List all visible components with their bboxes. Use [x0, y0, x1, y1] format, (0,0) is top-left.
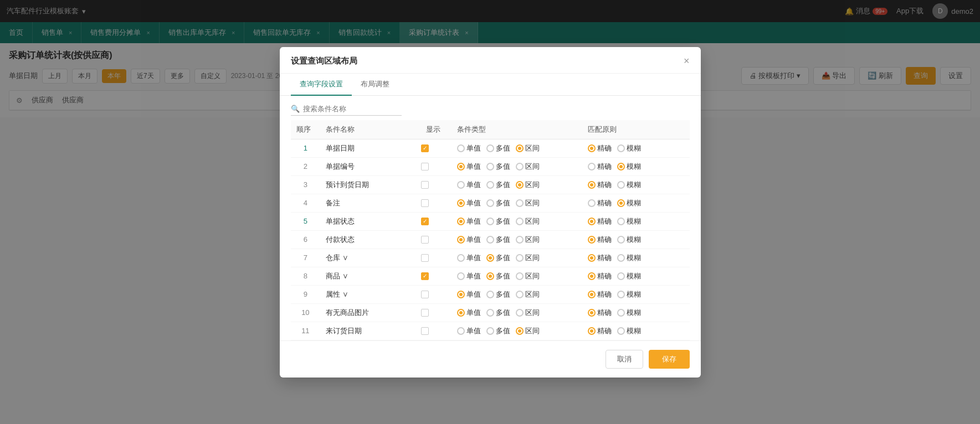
radio-match-精确-3[interactable]: 精确: [588, 198, 612, 208]
radio-type-区间-7[interactable]: 区间: [516, 271, 540, 281]
radio-type-多值-5[interactable]: 多值: [486, 235, 510, 245]
radio-match-模糊-8[interactable]: 模糊: [617, 289, 641, 299]
table-row: 3预计到货日期单值多值区间精确模糊: [291, 175, 690, 194]
row-show-10[interactable]: [415, 322, 451, 340]
radio-type-单值-6[interactable]: 单值: [457, 253, 481, 263]
row-order-5: 6: [291, 230, 321, 249]
radio-match-circle-10: [617, 327, 625, 335]
radio-match-circle-4: [588, 218, 596, 225]
row-type-9: 单值多值区间: [451, 303, 582, 322]
th-show: 显示: [415, 120, 451, 139]
radio-type-多值-2[interactable]: 多值: [486, 180, 510, 190]
radio-type-多值-7[interactable]: 多值: [486, 271, 510, 281]
radio-type-区间-1[interactable]: 区间: [516, 162, 540, 172]
row-show-8[interactable]: [415, 285, 451, 303]
row-show-0[interactable]: ✓: [415, 139, 451, 157]
radio-match-模糊-5[interactable]: 模糊: [617, 235, 641, 245]
cancel-button[interactable]: 取消: [606, 350, 643, 369]
row-order-6: 7: [291, 249, 321, 267]
radio-type-多值-3[interactable]: 多值: [486, 198, 510, 208]
radio-match-精确-5[interactable]: 精确: [588, 235, 612, 245]
radio-type-多值-9[interactable]: 多值: [486, 308, 510, 318]
radio-match-模糊-6[interactable]: 模糊: [617, 253, 641, 263]
radio-type-区间-9[interactable]: 区间: [516, 308, 540, 318]
radio-match-模糊-10[interactable]: 模糊: [617, 326, 641, 336]
radio-type-区间-3[interactable]: 区间: [516, 198, 540, 208]
row-match-5: 精确模糊: [582, 230, 689, 249]
radio-type-区间-8[interactable]: 区间: [516, 289, 540, 299]
radio-match-精确-9[interactable]: 精确: [588, 308, 612, 318]
radio-match-精确-10[interactable]: 精确: [588, 326, 612, 336]
row-order-3: 4: [291, 194, 321, 212]
modal-overlay: 设置查询区域布局 × 查询字段设置 布局调整 🔍 顺序: [0, 0, 980, 424]
radio-match-模糊-3[interactable]: 模糊: [617, 198, 641, 208]
radio-type-单值-8[interactable]: 单值: [457, 289, 481, 299]
radio-match-模糊-1[interactable]: 模糊: [617, 162, 641, 172]
radio-type-区间-5[interactable]: 区间: [516, 235, 540, 245]
checkbox-6[interactable]: [421, 254, 429, 262]
radio-type-单值-0[interactable]: 单值: [457, 143, 481, 153]
radio-type-区间-0[interactable]: 区间: [516, 143, 540, 153]
radio-type-区间-4[interactable]: 区间: [516, 216, 540, 226]
radio-type-多值-0[interactable]: 多值: [486, 143, 510, 153]
radio-match-模糊-4[interactable]: 模糊: [617, 216, 641, 226]
dialog-tab-query[interactable]: 查询字段设置: [291, 74, 352, 96]
save-button[interactable]: 保存: [649, 350, 690, 369]
radio-circle-0: [516, 144, 524, 152]
radio-match-精确-7[interactable]: 精确: [588, 271, 612, 281]
radio-match-模糊-2[interactable]: 模糊: [617, 180, 641, 190]
radio-type-单值-1[interactable]: 单值: [457, 162, 481, 172]
radio-match-模糊-9[interactable]: 模糊: [617, 308, 641, 318]
dialog: 设置查询区域布局 × 查询字段设置 布局调整 🔍 顺序: [280, 47, 701, 378]
row-show-1[interactable]: [415, 157, 451, 175]
radio-match-精确-4[interactable]: 精确: [588, 216, 612, 226]
radio-type-单值-5[interactable]: 单值: [457, 235, 481, 245]
radio-type-多值-8[interactable]: 多值: [486, 289, 510, 299]
radio-type-区间-2[interactable]: 区间: [516, 180, 540, 190]
radio-type-多值-10[interactable]: 多值: [486, 326, 510, 336]
radio-match-精确-0[interactable]: 精确: [588, 143, 612, 153]
checkbox-8[interactable]: [421, 291, 429, 298]
row-show-5[interactable]: [415, 230, 451, 249]
row-show-7[interactable]: ✓: [415, 267, 451, 285]
row-show-3[interactable]: [415, 194, 451, 212]
radio-type-单值-9[interactable]: 单值: [457, 308, 481, 318]
radio-match-精确-6[interactable]: 精确: [588, 253, 612, 263]
row-show-2[interactable]: [415, 175, 451, 194]
checkbox-2[interactable]: [421, 181, 429, 189]
row-show-9[interactable]: [415, 303, 451, 322]
radio-match-circle-7: [588, 272, 596, 280]
radio-match-circle-0: [617, 144, 625, 152]
row-show-4[interactable]: ✓: [415, 212, 451, 230]
radio-type-多值-4[interactable]: 多值: [486, 216, 510, 226]
radio-type-单值-10[interactable]: 单值: [457, 326, 481, 336]
dialog-close-button[interactable]: ×: [684, 56, 690, 66]
checkbox-4[interactable]: ✓: [421, 218, 429, 225]
search-input[interactable]: [303, 105, 392, 113]
radio-type-多值-1[interactable]: 多值: [486, 162, 510, 172]
radio-match-精确-2[interactable]: 精确: [588, 180, 612, 190]
radio-match-模糊-0[interactable]: 模糊: [617, 143, 641, 153]
th-order: 顺序: [291, 120, 321, 139]
checkbox-5[interactable]: [421, 236, 429, 244]
checkbox-3[interactable]: [421, 199, 429, 207]
radio-type-单值-2[interactable]: 单值: [457, 180, 481, 190]
radio-match-精确-8[interactable]: 精确: [588, 289, 612, 299]
checkbox-9[interactable]: [421, 309, 429, 317]
dialog-tab-layout[interactable]: 布局调整: [352, 74, 398, 96]
radio-type-单值-4[interactable]: 单值: [457, 216, 481, 226]
radio-type-单值-7[interactable]: 单值: [457, 271, 481, 281]
radio-circle-3: [457, 199, 465, 207]
row-show-6[interactable]: [415, 249, 451, 267]
radio-type-区间-10[interactable]: 区间: [516, 326, 540, 336]
radio-match-精确-1[interactable]: 精确: [588, 162, 612, 172]
checkbox-10[interactable]: [421, 327, 429, 335]
checkbox-7[interactable]: ✓: [421, 272, 429, 280]
radio-type-单值-3[interactable]: 单值: [457, 198, 481, 208]
radio-type-多值-6[interactable]: 多值: [486, 253, 510, 263]
radio-type-区间-6[interactable]: 区间: [516, 253, 540, 263]
checkbox-1[interactable]: [421, 163, 429, 170]
checkbox-0[interactable]: ✓: [421, 144, 429, 152]
radio-match-模糊-7[interactable]: 模糊: [617, 271, 641, 281]
table-row: 11来订货日期单值多值区间精确模糊: [291, 322, 690, 340]
